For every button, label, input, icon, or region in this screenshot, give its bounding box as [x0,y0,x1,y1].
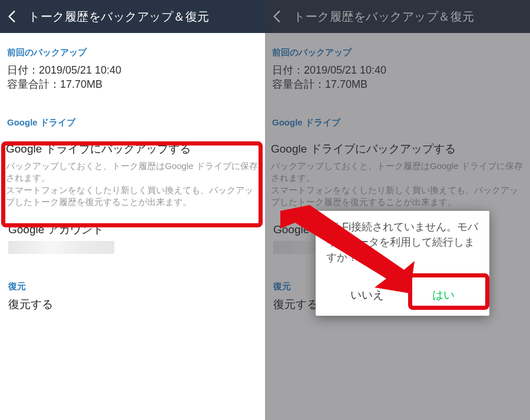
drive-label: Google ドライブ [7,117,258,128]
backup-desc-2: スマートフォンをなくしたり新しく買い換えても、バックアップしたトーク履歴を復元す… [6,184,259,209]
last-backup-label: 前回のバックアップ [7,47,258,58]
restore-item[interactable]: 復元する [8,297,257,312]
header-bar: トーク履歴をバックアップ＆復元 [0,0,265,33]
modal-backdrop [265,0,530,420]
dialog-message: Wi-Fi接続されていません。モバイルデータを利用して続行しますか？ [326,219,479,284]
size-value: 17.70MB [60,78,102,90]
account-value-redacted [8,241,114,254]
drive-section: Google ドライブ [0,95,265,137]
restore-section: 復元 復元する [0,273,265,320]
backup-date-line: 日付：2019/05/21 10:40 [7,63,258,77]
left-screenshot: トーク履歴をバックアップ＆復元 前回のバックアップ 日付：2019/05/21 … [0,0,265,420]
date-label: 日付： [7,64,39,76]
backup-desc-1: バックアップしておくと、トーク履歴はGoogle ドライブに保存されます。 [6,160,259,184]
backup-title: Google ドライブにバックアップする [6,141,259,157]
right-screenshot: トーク履歴をバックアップ＆復元 前回のバックアップ 日付：2019/05/21 … [265,0,530,420]
wifi-confirm-dialog: Wi-Fi接続されていません。モバイルデータを利用して続行しますか？ いいえ は… [316,211,489,316]
google-account-item[interactable]: Google アカウント [0,214,265,256]
dialog-button-row: いいえ はい [326,284,479,311]
restore-label: 復元 [8,281,257,292]
dialog-no-button[interactable]: いいえ [342,284,392,306]
backup-to-drive-item[interactable]: Google ドライブにバックアップする バックアップしておくと、トーク履歴はG… [0,137,265,214]
last-backup-section: 前回のバックアップ 日付：2019/05/21 10:40 容量合計：17.70… [0,33,265,95]
date-value: 2019/05/21 10:40 [39,64,121,76]
back-icon[interactable] [5,9,20,24]
account-title: Google アカウント [8,222,257,237]
backup-size-line: 容量合計：17.70MB [7,77,258,91]
size-label: 容量合計： [7,78,60,90]
content-area: 前回のバックアップ 日付：2019/05/21 10:40 容量合計：17.70… [0,33,265,420]
dialog-yes-button[interactable]: はい [424,284,463,306]
page-title: トーク履歴をバックアップ＆復元 [28,9,210,25]
